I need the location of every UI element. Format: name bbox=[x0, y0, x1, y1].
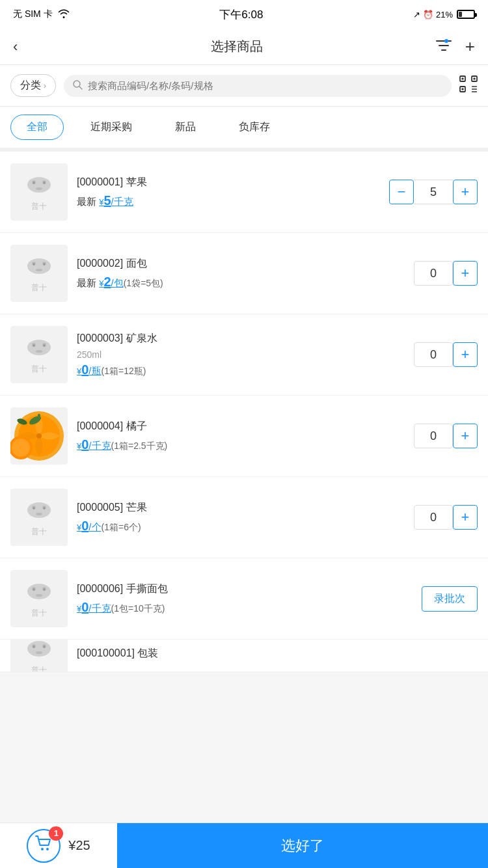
svg-point-47 bbox=[27, 584, 51, 599]
svg-point-21 bbox=[27, 258, 51, 274]
product-info: [0000001] 苹果 最新 ¥5/千克 bbox=[77, 176, 380, 208]
increase-button[interactable]: + bbox=[453, 342, 478, 367]
svg-point-30 bbox=[33, 344, 35, 347]
product-info: [0000002] 面包 最新 ¥2/包(1袋=5包) bbox=[77, 257, 405, 290]
quantity-control: + bbox=[414, 505, 478, 530]
product-spec: 250ml bbox=[77, 349, 405, 360]
svg-point-60 bbox=[46, 848, 49, 850]
status-bar: 无 SIM 卡 下午6:08 ↗ ⏰ 21% bbox=[0, 0, 488, 29]
cart-button[interactable]: 1 bbox=[27, 829, 61, 863]
decrease-button[interactable]: − bbox=[389, 180, 414, 204]
tab-new[interactable]: 新品 bbox=[159, 115, 212, 140]
status-right: ↗ ⏰ 21% bbox=[413, 10, 475, 20]
svg-point-38 bbox=[12, 439, 30, 457]
batch-button[interactable]: 录批次 bbox=[422, 586, 478, 612]
list-item: [0000004] 橘子 ¥0/千克(1箱=2.5千克) + bbox=[0, 396, 488, 477]
price-unit-text: /千克 bbox=[88, 603, 111, 614]
price-unit-text: /千克 bbox=[111, 196, 133, 207]
list-item: 普十 [000100001] 包装 bbox=[0, 640, 488, 672]
price-unit-text: /包 bbox=[111, 277, 124, 288]
product-list: 普十 [0000001] 苹果 最新 ¥5/千克 − + bbox=[0, 152, 488, 672]
svg-point-15 bbox=[27, 177, 51, 193]
product-info: [000100001] 包装 bbox=[77, 647, 478, 664]
svg-point-46 bbox=[36, 513, 42, 515]
product-image: 普十 bbox=[10, 489, 68, 546]
product-info: [0000003] 矿泉水 250ml ¥0/瓶(1箱=12瓶) bbox=[77, 332, 405, 377]
scan-icon[interactable] bbox=[459, 75, 478, 96]
product-info: [0000006] 手撕面包 ¥0/千克(1包=10千克) bbox=[77, 582, 413, 615]
quantity-input[interactable] bbox=[414, 180, 453, 204]
filter-icon[interactable] bbox=[435, 38, 452, 55]
category-label: 分类 bbox=[20, 79, 41, 92]
quantity-input[interactable] bbox=[414, 505, 453, 530]
brand-text: 普十 bbox=[31, 201, 47, 212]
product-info: [0000005] 芒果 ¥0/个(1箱=6个) bbox=[77, 501, 405, 534]
quantity-input[interactable] bbox=[414, 261, 453, 286]
quantity-control: + bbox=[414, 261, 478, 286]
product-image: 普十 bbox=[10, 245, 68, 302]
quantity-input[interactable] bbox=[414, 424, 453, 448]
brand-text: 普十 bbox=[31, 364, 47, 375]
list-item: 普十 [0000001] 苹果 最新 ¥5/千克 − + bbox=[0, 152, 488, 233]
list-item: 普十 [0000006] 手撕面包 ¥0/千克(1包=10千克) 录批次 bbox=[0, 558, 488, 640]
category-button[interactable]: 分类 › bbox=[10, 74, 56, 97]
tab-recent[interactable]: 近期采购 bbox=[74, 115, 148, 140]
price-unit-text: /瓶 bbox=[88, 365, 101, 376]
svg-point-32 bbox=[36, 350, 42, 353]
svg-point-18 bbox=[33, 182, 35, 184]
battery-text: 21% bbox=[436, 10, 453, 20]
filter-tabs: 全部 近期采购 新品 负库存 bbox=[0, 107, 488, 152]
search-icon bbox=[73, 80, 83, 92]
search-input[interactable] bbox=[88, 80, 442, 91]
brand-icon bbox=[25, 334, 53, 361]
price-value: 2 bbox=[103, 275, 111, 289]
product-info: [0000004] 橘子 ¥0/千克(1箱=2.5千克) bbox=[77, 420, 405, 452]
add-button[interactable]: + bbox=[465, 36, 475, 57]
price-pack: (1箱=12瓶) bbox=[102, 366, 146, 376]
product-name: [0000001] 苹果 bbox=[77, 176, 380, 189]
price-label: 最新 bbox=[77, 277, 99, 288]
back-button[interactable]: ‹ bbox=[13, 38, 39, 55]
list-item: 普十 [0000002] 面包 最新 ¥2/包(1袋=5包) + bbox=[0, 233, 488, 314]
bottom-bar: 1 ¥25 选好了 bbox=[0, 822, 488, 868]
svg-point-58 bbox=[36, 651, 42, 654]
quantity-control: + bbox=[414, 424, 478, 448]
svg-point-51 bbox=[44, 588, 46, 591]
svg-point-41 bbox=[27, 502, 51, 518]
page-title: 选择商品 bbox=[211, 38, 263, 55]
price-value: 0 bbox=[81, 600, 88, 614]
product-price: ¥0/千克(1箱=2.5千克) bbox=[77, 437, 405, 452]
product-name: [0000004] 橘子 bbox=[77, 420, 405, 433]
increase-button[interactable]: + bbox=[453, 261, 478, 286]
status-time: 下午6:08 bbox=[219, 7, 263, 22]
orange-image bbox=[10, 407, 68, 465]
nav-actions: + bbox=[435, 36, 475, 57]
alarm-icon: ⏰ bbox=[423, 10, 433, 20]
brand-text: 普十 bbox=[31, 665, 47, 673]
brand-icon bbox=[25, 640, 53, 662]
wifi-icon bbox=[58, 9, 70, 20]
quantity-input[interactable] bbox=[414, 342, 453, 367]
price-value: 5 bbox=[103, 193, 111, 208]
product-price: 最新 ¥5/千克 bbox=[77, 193, 380, 208]
tab-negative-stock[interactable]: 负库存 bbox=[223, 115, 286, 140]
placeholder-image: 普十 bbox=[10, 326, 68, 383]
price-pack: (1箱=6个) bbox=[102, 522, 141, 532]
tab-all[interactable]: 全部 bbox=[10, 115, 64, 140]
product-name: [0000003] 矿泉水 bbox=[77, 332, 405, 346]
svg-rect-10 bbox=[474, 77, 476, 79]
cart-badge: 1 bbox=[49, 826, 63, 841]
svg-point-57 bbox=[44, 645, 46, 648]
price-pack: (1包=10千克) bbox=[111, 603, 165, 614]
product-image: 普十 bbox=[10, 163, 68, 221]
svg-point-3 bbox=[444, 39, 448, 43]
svg-point-19 bbox=[44, 182, 46, 184]
increase-button[interactable]: + bbox=[453, 505, 478, 530]
increase-button[interactable]: + bbox=[453, 424, 478, 448]
price-value: 0 bbox=[81, 362, 88, 377]
svg-point-44 bbox=[33, 507, 35, 509]
increase-button[interactable]: + bbox=[453, 180, 478, 204]
list-item: 普十 [0000005] 芒果 ¥0/个(1箱=6个) + bbox=[0, 477, 488, 558]
price-pack: (1袋=5包) bbox=[124, 278, 163, 288]
confirm-button[interactable]: 选好了 bbox=[117, 823, 488, 869]
